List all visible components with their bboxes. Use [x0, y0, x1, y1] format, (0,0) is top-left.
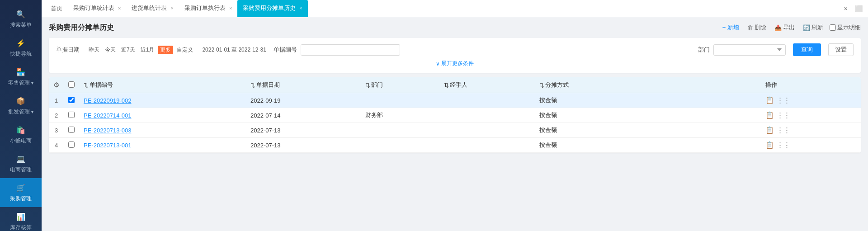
- more-icon-2[interactable]: ⋮⋮: [777, 126, 790, 134]
- more-icon-1[interactable]: ⋮⋮: [777, 111, 790, 119]
- sidebar-item-ecommerce[interactable]: 💻 电商管理: [0, 149, 42, 178]
- row-checkbox-1[interactable]: [68, 112, 75, 118]
- th-handler[interactable]: ⇅ 经手人: [439, 77, 535, 93]
- inventory-icon: 📊: [2, 212, 40, 222]
- th-doc-date[interactable]: ⇅ 单据日期: [246, 77, 361, 93]
- show-cols-checkbox[interactable]: [830, 24, 836, 31]
- date-btn-today[interactable]: 今天: [103, 46, 118, 54]
- table-row: 4 PE-20220713-001 2022-07-13 按金额 📋 ⋮⋮: [49, 138, 861, 153]
- action-cell-0: 📋 ⋮⋮: [765, 96, 856, 104]
- toolbar: + 新增 🗑 删除 📤 导出 🔄 刷新 显示明细: [721, 23, 861, 33]
- date-btn-custom[interactable]: 自定义: [175, 46, 195, 54]
- row-dept: 财务部: [361, 108, 439, 123]
- sort-icon: ⇅: [539, 82, 544, 89]
- row-dept: [361, 138, 439, 153]
- edit-icon-3[interactable]: 📋: [765, 141, 774, 149]
- sidebar-item-retail[interactable]: 🏪 零售管理 ▾: [0, 62, 42, 91]
- tab-close-purchase-order-exec[interactable]: ×: [229, 5, 232, 11]
- doc-no-link-1[interactable]: PE-20220714-001: [84, 112, 132, 119]
- row-actions: 📋 ⋮⋮: [761, 138, 861, 153]
- more-icon-3[interactable]: ⋮⋮: [777, 141, 790, 149]
- export-button[interactable]: 📤 导出: [773, 23, 797, 33]
- edit-icon-2[interactable]: 📋: [765, 126, 774, 134]
- edit-icon-1[interactable]: 📋: [765, 111, 774, 119]
- tab-inbound-stats[interactable]: 进货单统计表 ×: [126, 0, 179, 17]
- mini-shop-icon: 🛍️: [2, 125, 40, 136]
- sort-doc-date[interactable]: ⇅ 单据日期: [250, 81, 280, 89]
- ecommerce-icon: 💻: [2, 154, 40, 165]
- date-btn-1month[interactable]: 近1月: [139, 46, 156, 54]
- tab-bar-right: × ⬜: [842, 4, 864, 13]
- date-btn-7days[interactable]: 近7天: [119, 46, 137, 54]
- th-dept[interactable]: ⇅ 部门: [361, 77, 439, 93]
- doc-no-input[interactable]: [301, 44, 400, 56]
- row-doc-date: 2022-09-19: [246, 93, 361, 108]
- dept-select[interactable]: [713, 44, 786, 56]
- tab-close-btn[interactable]: ×: [842, 4, 849, 13]
- row-checkbox-3[interactable]: [68, 141, 75, 148]
- tab-home[interactable]: 首页: [45, 0, 68, 17]
- sidebar: 🔍 搜索菜单 ⚡ 快捷导航 🏪 零售管理 ▾ 📦 批发管理 ▾ 🛍️ 小畅电商 …: [0, 0, 42, 231]
- chevron-down-icon: ▾: [31, 109, 33, 114]
- sidebar-item-quick-nav[interactable]: ⚡ 快捷导航: [0, 33, 42, 62]
- sort-dept[interactable]: ⇅ 部门: [365, 81, 383, 89]
- doc-no-link-2[interactable]: PE-20220713-003: [84, 127, 132, 134]
- th-settings[interactable]: ⚙: [49, 77, 64, 93]
- row-doc-no: PE-20220714-001: [79, 108, 246, 123]
- filter-settings-button[interactable]: 设置: [828, 43, 854, 56]
- sort-icon: ⇅: [84, 82, 89, 89]
- sort-doc-no[interactable]: ⇅ 单据编号: [84, 81, 113, 89]
- row-index: 4: [49, 138, 64, 153]
- main-content: 首页 采购订单统计表 × 进货单统计表 × 采购订单执行表 × 采购费用分摊单历…: [42, 0, 868, 231]
- tab-maximize-btn[interactable]: ⬜: [853, 4, 864, 13]
- delete-button[interactable]: 🗑 删除: [745, 23, 768, 33]
- row-handler: [439, 108, 535, 123]
- expand-more-button[interactable]: ∨ 展开更多条件: [436, 60, 474, 67]
- sidebar-item-mini-shop[interactable]: 🛍️ 小畅电商: [0, 120, 42, 149]
- row-split-method: 按金额: [535, 123, 761, 138]
- date-btn-more[interactable]: 更多: [158, 46, 173, 54]
- row-checkbox-0[interactable]: [68, 97, 75, 103]
- more-icon-0[interactable]: ⋮⋮: [777, 96, 790, 104]
- row-actions: 📋 ⋮⋮: [761, 108, 861, 123]
- tab-purchase-order-exec[interactable]: 采购订单执行表 ×: [179, 0, 237, 17]
- sidebar-item-inventory[interactable]: 📊 库存核算: [0, 207, 42, 231]
- row-doc-no: PE-20220713-001: [79, 138, 246, 153]
- gear-icon[interactable]: ⚙: [53, 81, 59, 89]
- sort-icon: ⇅: [365, 82, 370, 89]
- row-handler: [439, 123, 535, 138]
- tab-close-purchase-order-stats[interactable]: ×: [118, 5, 121, 11]
- sort-handler[interactable]: ⇅ 经手人: [444, 81, 467, 89]
- sort-split-method[interactable]: ⇅ 分摊方式: [539, 81, 569, 89]
- doc-no-link-3[interactable]: PE-20220713-001: [84, 142, 132, 149]
- filter-area: 单据日期 昨天 今天 近7天 近1月 更多 自定义 2022-01-01 至 2…: [49, 38, 861, 73]
- tab-purchase-order-stats[interactable]: 采购订单统计表 ×: [68, 0, 126, 17]
- date-btn-yesterday[interactable]: 昨天: [87, 46, 101, 54]
- refresh-button[interactable]: 🔄 刷新: [801, 23, 825, 33]
- action-cell-2: 📋 ⋮⋮: [765, 126, 856, 134]
- row-doc-date: 2022-07-13: [246, 138, 361, 153]
- select-all-checkbox[interactable]: [68, 81, 75, 88]
- doc-no-link-0[interactable]: PE-20220919-002: [84, 97, 132, 104]
- sidebar-item-purchase[interactable]: 🛒 采购管理: [0, 178, 42, 207]
- table-body: 1 PE-20220919-002 2022-09-19 按金额 📋 ⋮⋮ 2 …: [49, 93, 861, 153]
- row-index: 1: [49, 93, 64, 108]
- action-cell-3: 📋 ⋮⋮: [765, 141, 856, 149]
- add-button[interactable]: + 新增: [721, 23, 741, 33]
- edit-icon-0[interactable]: 📋: [765, 96, 774, 104]
- doc-no-label: 单据编号: [274, 46, 297, 54]
- tab-close-inbound-stats[interactable]: ×: [170, 5, 173, 11]
- dept-label: 部门: [698, 46, 710, 54]
- tab-close-purchase-cost-history[interactable]: ×: [299, 5, 302, 11]
- tab-bar: 首页 采购订单统计表 × 进货单统计表 × 采购订单执行表 × 采购费用分摊单历…: [42, 0, 868, 17]
- filter-date-group: 昨天 今天 近7天 近1月 更多 自定义: [87, 46, 195, 54]
- sidebar-item-wholesale[interactable]: 📦 批发管理 ▾: [0, 91, 42, 120]
- query-button[interactable]: 查询: [793, 43, 821, 56]
- th-doc-no[interactable]: ⇅ 单据编号: [79, 77, 246, 93]
- show-cols-toggle[interactable]: 显示明细: [830, 24, 861, 32]
- row-actions: 📋 ⋮⋮: [761, 93, 861, 108]
- tab-purchase-cost-history[interactable]: 采购费用分摊单历史 ×: [237, 0, 307, 17]
- sidebar-item-search[interactable]: 🔍 搜索菜单: [0, 5, 42, 33]
- th-split-method[interactable]: ⇅ 分摊方式: [535, 77, 761, 93]
- row-checkbox-2[interactable]: [68, 127, 75, 133]
